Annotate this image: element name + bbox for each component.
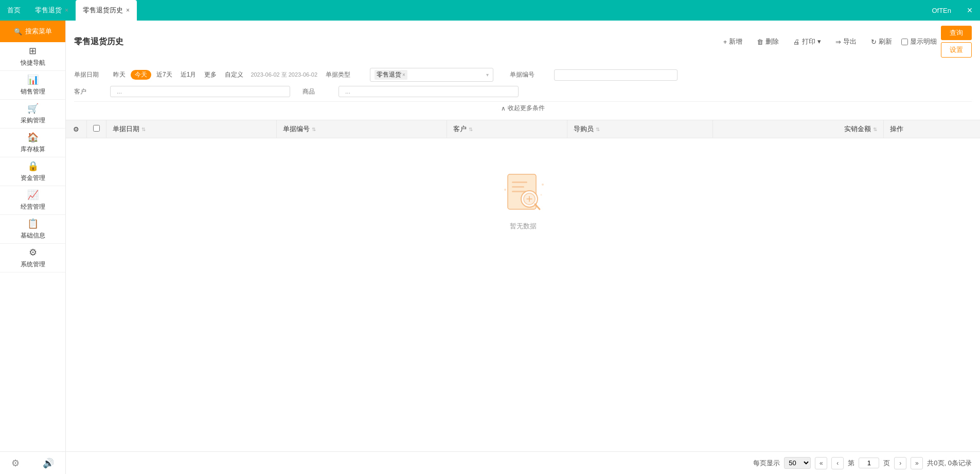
th-doc-num[interactable]: 单据编号 ⇅ <box>276 120 447 138</box>
export-btn[interactable]: ⇒ 导出 <box>830 35 862 48</box>
collapse-btn[interactable]: ∧ 收起更多条件 <box>74 101 972 115</box>
customer-sort-icon: ⇅ <box>469 126 473 132</box>
th-action: 操作 <box>883 120 980 138</box>
tab-home[interactable]: 首页 <box>0 0 28 21</box>
page-size-select[interactable]: 50 100 200 <box>784 457 811 469</box>
empty-text: 暂无数据 <box>510 222 537 231</box>
purchase-mgmt-icon: 🛒 <box>27 103 39 114</box>
sidebar-bottom: ⚙ 🔊 <box>0 451 65 474</box>
doc-num-label: 单据编号 <box>510 70 546 79</box>
search-icon: 🔍 <box>14 28 22 35</box>
th-actual-amount[interactable]: 实销金额 ⇅ <box>713 120 883 138</box>
tab-retail-return-history-close[interactable]: × <box>126 7 130 14</box>
page-title: 零售退货历史 <box>74 37 123 47</box>
guide-sort-icon: ⇅ <box>596 126 600 132</box>
toolbar: + 新增 🗑 删除 🖨 打印 ▾ ⇒ 导出 <box>718 26 972 58</box>
inventory-icon: 🏠 <box>27 132 39 143</box>
table-header-row: ⚙ 单据日期 ⇅ 单据编号 <box>66 120 980 138</box>
delete-btn[interactable]: 🗑 删除 <box>752 35 784 48</box>
query-btn[interactable]: 查询 <box>941 26 972 40</box>
add-btn[interactable]: + 新增 <box>718 35 748 48</box>
th-customer-label: 客户 <box>453 124 467 134</box>
tab-retail-return-history[interactable]: 零售退货历史 × <box>76 0 137 21</box>
tab-retail-return-close[interactable]: × <box>65 7 68 14</box>
sidebar-item-purchase-mgmt[interactable]: 🛒 采购管理 <box>0 100 65 129</box>
main-layout: 🔍 搜索菜单 ⊞ 快捷导航 📊 销售管理 🛒 采购管理 🏠 库存核算 🔒 资金管… <box>0 21 980 474</box>
select-all-checkbox[interactable] <box>93 125 100 132</box>
page-label: 第 <box>848 459 854 468</box>
content-area: 零售退货历史 + 新增 🗑 删除 🖨 打印 ▾ ⇒ <box>66 21 980 474</box>
doc-type-tag-remove[interactable]: × <box>402 72 405 78</box>
last7days-btn[interactable]: 近7天 <box>153 70 175 80</box>
add-icon: + <box>723 38 727 46</box>
last1month-btn[interactable]: 近1月 <box>177 70 200 80</box>
settings-bottom-btn[interactable]: ⚙ <box>11 458 20 469</box>
sidebar-search[interactable]: 🔍 搜索菜单 <box>0 21 65 42</box>
refresh-btn[interactable]: ↻ 刷新 <box>866 35 897 48</box>
filter-row-2: 客户 ... 商品 ... <box>74 86 972 97</box>
show-detail-input[interactable] <box>901 39 908 45</box>
often-text: OfTEn <box>932 7 951 14</box>
th-doc-date-label: 单据日期 <box>113 124 139 134</box>
date-range-display: 2023-06-02 至 2023-06-02 <box>251 71 317 79</box>
doc-num-input[interactable] <box>554 69 678 81</box>
table-wrapper: ⚙ 单据日期 ⇅ 单据编号 <box>66 120 980 451</box>
page-header: 零售退货历史 + 新增 🗑 删除 🖨 打印 ▾ ⇒ <box>66 21 980 120</box>
page-num-input[interactable] <box>859 458 879 468</box>
sales-mgmt-icon: 📊 <box>27 74 39 85</box>
filter-section-right: 单据类型 零售退货 × ▾ 单据编号 <box>326 68 972 82</box>
show-detail-label: 显示明细 <box>910 37 937 46</box>
sidebar-item-basic-info[interactable]: 📋 基础信息 <box>0 215 65 244</box>
sidebar-item-finance-mgmt[interactable]: 🔒 资金管理 <box>0 157 65 186</box>
filter-row-1: 单据日期 昨天 今天 近7天 近1月 更多 自定义 2023-06-02 至 2… <box>74 68 972 82</box>
sidebar-item-basic-info-label: 基础信息 <box>21 231 45 240</box>
settings-btn[interactable]: 设置 <box>941 42 972 58</box>
goods-label: 商品 <box>302 87 338 96</box>
collapse-label: 收起更多条件 <box>508 104 545 113</box>
tab-retail-return-history-label: 零售退货历史 <box>83 6 123 15</box>
print-icon: 🖨 <box>793 38 800 46</box>
sidebar-item-quick-nav[interactable]: ⊞ 快捷导航 <box>0 42 65 71</box>
sidebar-search-label: 搜索菜单 <box>25 27 52 36</box>
tab-retail-return[interactable]: 零售退货 × <box>28 0 76 21</box>
th-guide[interactable]: 导购员 ⇅ <box>567 120 713 138</box>
th-check[interactable] <box>86 120 106 138</box>
sidebar-item-inventory[interactable]: 🏠 库存核算 <box>0 129 65 157</box>
customer-input[interactable]: ... <box>110 86 290 97</box>
sidebar-item-operations-mgmt-label: 经营管理 <box>21 203 45 211</box>
more-btn[interactable]: 更多 <box>201 70 220 80</box>
doc-type-tag-label: 零售退货 <box>377 70 401 79</box>
date-filter-btns: 昨天 今天 近7天 近1月 更多 自定义 2023-06-02 至 2023-0… <box>110 70 317 80</box>
sidebar-item-sales-mgmt[interactable]: 📊 销售管理 <box>0 71 65 100</box>
sidebar-item-quick-nav-label: 快捷导航 <box>21 59 45 67</box>
page-size-label: 每页显示 <box>753 459 780 468</box>
export-btn-label: 导出 <box>843 37 857 46</box>
settings-col-icon[interactable]: ⚙ <box>73 125 79 133</box>
volume-bottom-btn[interactable]: 🔊 <box>43 458 54 469</box>
th-settings[interactable]: ⚙ <box>66 120 86 138</box>
first-page-btn[interactable]: « <box>815 457 827 469</box>
customer-ellipsis: ... <box>117 88 122 95</box>
last-page-btn[interactable]: » <box>911 457 923 469</box>
sidebar: 🔍 搜索菜单 ⊞ 快捷导航 📊 销售管理 🛒 采购管理 🏠 库存核算 🔒 资金管… <box>0 21 66 474</box>
show-detail-checkbox[interactable]: 显示明细 <box>901 37 937 46</box>
window-close-btn[interactable]: × <box>959 0 980 21</box>
date-label: 单据日期 <box>74 70 110 79</box>
basic-info-icon: 📋 <box>27 218 39 229</box>
doc-type-input[interactable]: 零售退货 × ▾ <box>370 68 493 82</box>
sidebar-item-operations-mgmt[interactable]: 📈 经营管理 <box>0 186 65 215</box>
th-customer[interactable]: 客户 ⇅ <box>447 120 567 138</box>
yesterday-btn[interactable]: 昨天 <box>110 70 129 80</box>
th-doc-date[interactable]: 单据日期 ⇅ <box>106 120 276 138</box>
doc-num-sort-icon: ⇅ <box>312 126 316 132</box>
print-btn[interactable]: 🖨 打印 ▾ <box>788 35 826 48</box>
prev-page-btn[interactable]: ‹ <box>831 457 844 469</box>
doc-type-dropdown-arrow: ▾ <box>486 72 489 78</box>
custom-btn[interactable]: 自定义 <box>222 70 246 80</box>
finance-mgmt-icon: 🔒 <box>27 160 39 172</box>
svg-rect-1 <box>512 181 527 183</box>
next-page-btn[interactable]: › <box>894 457 906 469</box>
goods-input[interactable]: ... <box>338 86 519 97</box>
sidebar-item-system-mgmt[interactable]: ⚙ 系统管理 <box>0 244 65 272</box>
today-btn[interactable]: 今天 <box>131 70 151 80</box>
